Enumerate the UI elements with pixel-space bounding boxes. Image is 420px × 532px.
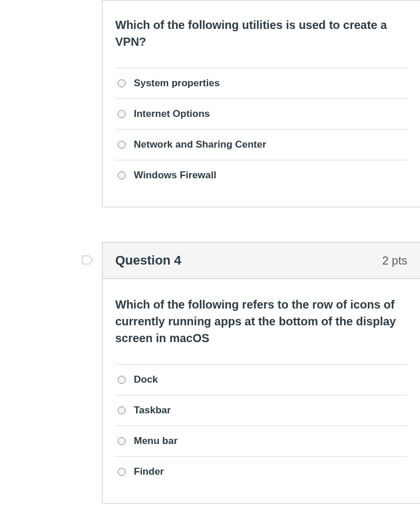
option-label: Finder (134, 466, 164, 478)
question-card-3: Which of the following utilities is used… (102, 0, 420, 207)
option-row[interactable]: Menu bar (115, 426, 407, 457)
option-label: Internet Options (134, 108, 210, 120)
question-header: Question 4 2 pts (103, 243, 420, 279)
radio-icon[interactable] (118, 141, 126, 149)
tag-icon (82, 255, 93, 265)
options-list: Dock Taskbar Menu bar Finder (115, 364, 407, 487)
radio-icon[interactable] (118, 110, 126, 118)
options-list: System properties Internet Options Netwo… (115, 68, 407, 190)
radio-icon[interactable] (118, 437, 126, 445)
option-row[interactable]: Internet Options (115, 99, 407, 130)
option-row[interactable]: Windows Firewall (115, 160, 407, 190)
question-text: Which of the following utilities is used… (115, 1, 407, 50)
option-row[interactable]: Network and Sharing Center (115, 130, 407, 160)
option-row[interactable]: Taskbar (115, 395, 407, 426)
option-label: System properties (134, 78, 220, 89)
radio-icon[interactable] (118, 79, 126, 87)
question-body: Which of the following utilities is used… (103, 1, 420, 207)
question-points: 2 pts (382, 254, 407, 267)
option-row[interactable]: System properties (115, 68, 407, 99)
question-body: Which of the following refers to the row… (103, 279, 420, 503)
option-row[interactable]: Finder (115, 457, 407, 487)
option-label: Menu bar (134, 435, 178, 447)
radio-icon[interactable] (118, 468, 126, 476)
option-label: Network and Sharing Center (134, 139, 266, 151)
question-text: Which of the following refers to the row… (115, 296, 407, 347)
radio-icon[interactable] (118, 406, 126, 414)
question-title: Question 4 (115, 253, 181, 268)
option-row[interactable]: Dock (115, 365, 407, 395)
radio-icon[interactable] (118, 171, 126, 179)
option-label: Windows Firewall (134, 170, 216, 181)
option-label: Dock (134, 374, 158, 386)
question-card-4: Question 4 2 pts Which of the following … (102, 242, 420, 504)
radio-icon[interactable] (118, 376, 126, 384)
option-label: Taskbar (134, 405, 171, 416)
